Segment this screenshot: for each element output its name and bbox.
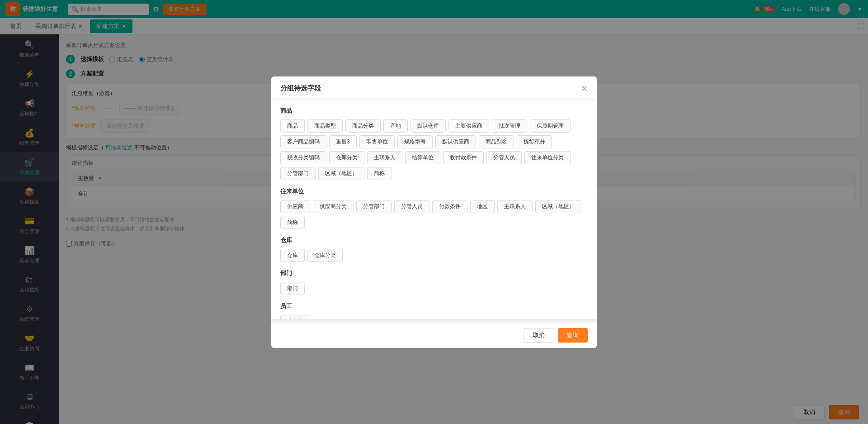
field-tag[interactable]: 收付款条件 — [443, 151, 484, 164]
field-tag[interactable]: 重量3 — [329, 135, 357, 148]
group-title-staff: 员工 — [280, 302, 588, 310]
field-tag[interactable]: 分管部门 — [280, 167, 316, 180]
modal-overlay: 分组待选字段 ✕ 商品 商品商品类型商品分类产地默认仓库主要供应商批次管理保质期… — [0, 0, 868, 424]
field-tag[interactable]: 分管部门 — [356, 200, 392, 213]
field-tag[interactable]: 主要供应商 — [448, 119, 489, 133]
field-tag[interactable]: 主联系人 — [367, 151, 402, 164]
modal-footer: 取消 查询 — [271, 322, 597, 348]
field-tag[interactable]: 批次管理 — [492, 119, 527, 133]
field-tag[interactable]: 商品 — [280, 119, 305, 133]
field-tag[interactable]: 税收分类编码 — [280, 151, 326, 164]
product-fields: 商品商品类型商品分类产地默认仓库主要供应商批次管理保质期管理客户商品编码重量3零… — [280, 119, 588, 180]
warehouse-fields: 仓库仓库分类 — [280, 249, 588, 262]
modal-header: 分组待选字段 ✕ — [271, 76, 597, 100]
field-tag[interactable]: 保质期管理 — [530, 119, 571, 133]
partner-fields: 供应商供应商分类分管部门分管人员付款条件地区主联系人区域（地区）简称 — [280, 200, 588, 229]
dept-fields: 部门 — [280, 282, 588, 295]
group-title-dept: 部门 — [280, 269, 588, 277]
field-tag[interactable]: 商品分类 — [345, 119, 381, 133]
modal-body: 商品 商品商品类型商品分类产地默认仓库主要供应商批次管理保质期管理客户商品编码重… — [271, 100, 597, 319]
group-title-warehouse: 仓库 — [280, 236, 588, 244]
field-tag[interactable]: 区域（地区） — [318, 167, 364, 180]
field-tag[interactable]: 拣货积分 — [517, 135, 552, 148]
field-tag[interactable]: 商品类型 — [307, 119, 343, 133]
field-tag[interactable]: 默认仓库 — [410, 119, 446, 133]
modal-close-button[interactable]: ✕ — [581, 84, 588, 94]
field-tag[interactable]: 区域（地区） — [535, 200, 581, 213]
field-tag[interactable]: 供应商分类 — [313, 200, 354, 213]
group-title-partner: 往来单位 — [280, 187, 588, 195]
field-tag[interactable]: 客户商品编码 — [280, 135, 326, 148]
field-tag[interactable]: 分管人员 — [394, 200, 429, 213]
field-tag[interactable]: 零售单位 — [359, 135, 395, 148]
field-tag[interactable]: 往来单位分类 — [524, 151, 571, 164]
staff-fields: 业务员 — [280, 315, 588, 319]
field-tag[interactable]: 默认供应商 — [435, 135, 476, 148]
field-tag[interactable]: 结算单位 — [405, 151, 440, 164]
field-tag[interactable]: 部门 — [280, 282, 305, 295]
field-tag[interactable]: 仓库分类 — [329, 151, 364, 164]
modal-title: 分组待选字段 — [280, 84, 321, 93]
field-tag[interactable]: 付款条件 — [432, 200, 467, 213]
field-tag[interactable]: 业务员 — [280, 315, 310, 319]
field-tag[interactable]: 分管人员 — [486, 151, 522, 164]
field-tag[interactable]: 产地 — [383, 119, 408, 133]
field-tag[interactable]: 简称 — [280, 216, 305, 229]
field-tag[interactable]: 地区 — [470, 200, 495, 213]
field-tag[interactable]: 规格型号 — [397, 135, 433, 148]
modal-cancel-button[interactable]: 取消 — [524, 328, 554, 343]
modal-confirm-button[interactable]: 查询 — [558, 328, 588, 343]
group-title-product: 商品 — [280, 107, 588, 115]
field-tag[interactable]: 仓库分类 — [307, 249, 343, 262]
modal-dialog: 分组待选字段 ✕ 商品 商品商品类型商品分类产地默认仓库主要供应商批次管理保质期… — [271, 76, 597, 348]
field-tag[interactable]: 仓库 — [280, 249, 305, 262]
field-tag[interactable]: 简称 — [367, 167, 392, 180]
field-tag[interactable]: 商品别名 — [479, 135, 514, 148]
field-tag[interactable]: 主联系人 — [497, 200, 533, 213]
field-tag[interactable]: 供应商 — [280, 200, 310, 213]
